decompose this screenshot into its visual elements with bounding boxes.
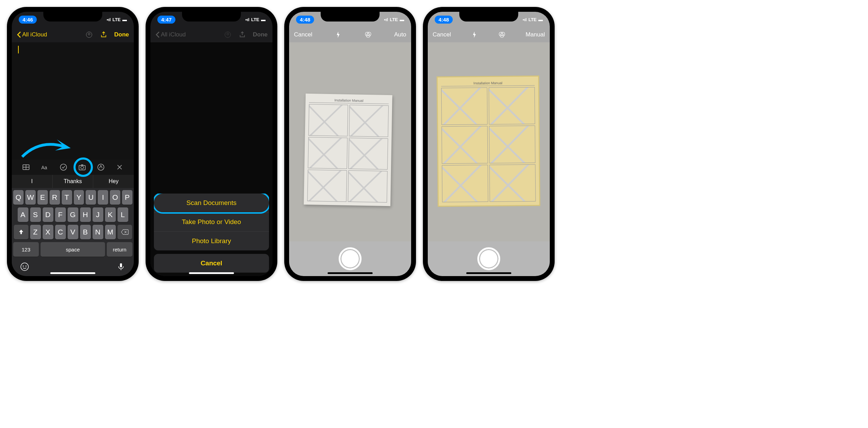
svg-text:Aa: Aa [41,165,47,170]
numbers-key[interactable]: 123 [13,242,39,257]
camera-controls [289,241,411,276]
shutter-button[interactable] [339,247,362,270]
scanner-nav: Cancel Manual [428,27,550,42]
suggestion[interactable]: I [12,175,53,188]
collaborate-icon[interactable] [85,31,93,38]
cancel-button[interactable]: Cancel [154,254,269,273]
key-j[interactable]: J [93,207,103,222]
signal-icon: •ıl [245,17,250,22]
key-s[interactable]: S [30,207,41,222]
key-a[interactable]: A [18,207,28,222]
key-y[interactable]: Y [74,190,84,205]
take-photo-button[interactable]: Take Photo or Video [154,213,269,232]
key-k[interactable]: K [105,207,116,222]
time-indicator[interactable]: 4:48 [296,16,314,24]
svg-rect-13 [120,263,122,267]
home-indicator[interactable] [189,272,234,274]
time-indicator[interactable]: 4:46 [19,16,37,24]
flash-icon[interactable] [471,31,478,38]
collaborate-icon [224,31,232,38]
battery-icon: ▬ [122,17,127,22]
time-indicator[interactable]: 4:47 [157,16,175,24]
cancel-button[interactable]: Cancel [294,31,312,38]
space-key[interactable]: space [41,242,105,257]
battery-icon: ▬ [538,17,543,22]
table-icon[interactable] [22,163,30,171]
annotation-arrow [19,136,74,164]
annotation-circle [73,157,93,177]
phone-4: 4:48 •ıl LTE ▬ Cancel Manual Installatio… [423,7,555,281]
text-cursor [18,46,19,53]
key-q[interactable]: Q [13,190,24,205]
key-z[interactable]: Z [30,225,41,239]
markup-icon[interactable] [97,163,105,171]
nav-bar: All iCloud Done [150,27,272,42]
camera-viewfinder: Installation Manual [428,42,550,241]
photo-library-button[interactable]: Photo Library [154,232,269,250]
suggestion[interactable]: Thanks [53,175,94,188]
key-e[interactable]: E [37,190,48,205]
key-i[interactable]: I [98,190,108,205]
cancel-button[interactable]: Cancel [433,31,451,38]
svg-point-15 [227,33,229,35]
keyboard[interactable]: QWERTYUIOP ASDFGHJKL ZXCVBNM 123 space r… [12,188,134,276]
flash-icon[interactable] [335,31,342,38]
format-icon[interactable]: Aa [41,163,49,171]
key-l[interactable]: L [118,207,128,222]
key-w[interactable]: W [25,190,36,205]
phone-2: 4:47 •ıl LTE ▬ All iCloud Done [146,7,277,281]
svg-point-11 [23,266,24,267]
battery-icon: ▬ [261,17,266,22]
scan-documents-button[interactable]: Scan Documents [154,194,269,213]
shutter-button[interactable] [477,247,500,270]
close-icon[interactable] [115,163,124,171]
home-indicator[interactable] [328,272,373,274]
suggestion[interactable]: Hey [93,175,134,188]
key-v[interactable]: V [68,225,78,239]
key-x[interactable]: X [43,225,53,239]
checklist-icon[interactable] [59,163,68,171]
scanner-nav: Cancel Auto [289,27,411,42]
svg-point-14 [225,32,231,38]
home-indicator[interactable] [466,272,511,274]
key-c[interactable]: C [55,225,66,239]
key-n[interactable]: N [93,225,103,239]
key-p[interactable]: P [122,190,132,205]
filter-icon[interactable] [364,31,372,38]
key-h[interactable]: H [80,207,91,222]
nav-bar: All iCloud Done [12,27,134,42]
done-button: Done [253,31,268,38]
key-o[interactable]: O [110,190,120,205]
phone-3: 4:48 •ıl LTE ▬ Cancel Auto Installation … [284,7,416,281]
emoji-icon[interactable] [20,262,29,271]
scanned-document: Installation Manual [304,94,392,206]
filter-icon[interactable] [498,31,506,38]
key-m[interactable]: M [105,225,116,239]
home-indicator[interactable] [50,272,95,274]
key-u[interactable]: U [86,190,96,205]
back-button[interactable]: All iCloud [17,31,47,38]
svg-point-12 [26,266,27,267]
camera-viewfinder: Installation Manual [289,42,411,241]
key-g[interactable]: G [68,207,78,222]
done-button[interactable]: Done [114,31,129,38]
return-key[interactable]: return [107,242,132,257]
mode-toggle[interactable]: Manual [526,31,545,38]
note-content[interactable] [12,42,134,160]
key-d[interactable]: D [43,207,53,222]
delete-key[interactable] [118,225,132,239]
key-t[interactable]: T [62,190,72,205]
key-f[interactable]: F [55,207,66,222]
shift-key[interactable] [14,225,28,239]
time-indicator[interactable]: 4:48 [435,16,453,24]
dictation-icon[interactable] [116,262,125,271]
svg-point-10 [21,263,28,271]
key-r[interactable]: R [50,190,60,205]
svg-point-1 [88,33,90,35]
svg-point-0 [86,32,92,38]
share-icon[interactable] [100,31,107,38]
mode-toggle[interactable]: Auto [394,31,406,38]
signal-icon: •ıl [523,17,527,22]
key-b[interactable]: B [80,225,91,239]
scanned-document-detected: Installation Manual [437,77,539,206]
